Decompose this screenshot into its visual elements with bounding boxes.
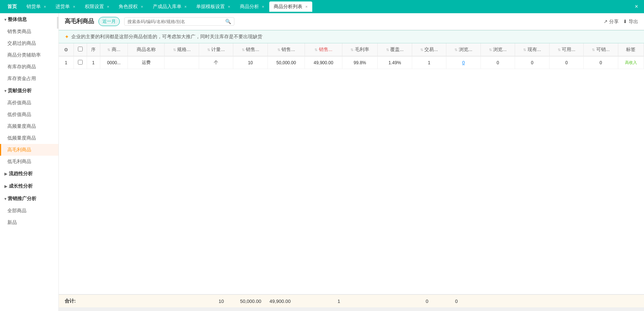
col-name: 商品名称 [128,43,165,56]
sort-icon-browse2[interactable]: ⇅ [489,48,492,52]
cell-check[interactable] [73,56,87,69]
sidebar-item-stock-occupy[interactable]: 库存资金占用 [0,73,58,84]
tab-goods-analysis[interactable]: 商品分析 × [235,1,269,12]
col-unit: ⇅ 计量... [199,43,233,56]
search-box: 🔍 [124,17,234,26]
sidebar-item-traded-goods[interactable]: 交易过的商品 [0,37,58,49]
sidebar-item-low-freq[interactable]: 低频量度商品 [0,132,58,144]
cell-seq2: 1 [87,56,100,69]
export-icon: ⬇ [623,19,627,24]
tab-template[interactable]: 单据模板设置 × [192,1,234,12]
search-input[interactable] [127,19,224,24]
close-tab-permission[interactable]: × [107,4,109,9]
select-all-checkbox[interactable] [78,47,83,51]
footer-spacer3 [184,299,206,304]
tab-purchase[interactable]: 进货单 × [51,1,79,12]
page-title: 高毛利商品 [65,18,94,25]
tab-stock-in[interactable]: 产成品入库单 × [148,1,191,12]
sidebar-item-goods-assist[interactable]: 商品分类辅助率 [0,49,58,61]
cell-code: 0000... [100,56,128,69]
sort-icon-margin[interactable]: ⇅ [350,48,353,52]
cell-seq: 1 [59,56,73,69]
filter-recent-month[interactable]: 近一月 [98,17,120,26]
sort-icon-unit[interactable]: ⇅ [207,48,210,52]
footer-browse1 [353,299,383,304]
arrow-marketing: ▾ [4,197,6,201]
sort-icon-amount[interactable]: ⇅ [277,48,280,52]
cell-sellable: 0 [584,56,618,69]
sidebar-item-low-value[interactable]: 低价值商品 [0,109,58,120]
sidebar-item-high-value[interactable]: 高价值商品 [0,97,58,109]
sidebar-item-all-goods[interactable]: 全部商品 [0,205,58,217]
cell-tag: 高收入 [618,56,644,69]
share-button[interactable]: ↗ 分享 [604,18,619,25]
tip-icon: ✦ [65,34,69,40]
cell-unit: 个 [199,56,233,69]
tab-home[interactable]: 首页 [3,1,21,12]
footer-browse2 [383,299,412,304]
col-sellable: ⇅ 可销... [584,43,618,56]
sidebar-item-sales-goods[interactable]: 销售类商品 [0,26,58,37]
horizontal-scrollbar[interactable] [59,307,644,311]
top-nav: 首页 销货单 × 进货单 × 权限设置 × 角色授权 × 产成品入库单 × 单据… [0,0,644,13]
sidebar-item-in-stock[interactable]: 有库存的商品 [0,61,58,73]
close-tab-goods-analysis-list[interactable]: × [305,4,307,9]
tab-goods-analysis-list[interactable]: 商品分析列表 × [269,1,312,12]
close-tab-role[interactable]: × [141,4,143,9]
settings-icon[interactable]: ⚙ [64,47,68,53]
header-actions: ↗ 分享 ⬇ 导出 [604,18,638,25]
col-settings[interactable]: ⚙ [59,43,73,56]
footer-bar: 合计: 10 50,000.00 49,900.00 1 0 0 [59,294,644,307]
sort-icon-stock[interactable]: ⇅ [523,48,526,52]
sort-icon-qty[interactable]: ⇅ [242,48,245,52]
col-spec: ⇅ 规格... [165,43,199,56]
col-sales-amount: ⇅ 销售... [267,43,305,56]
cell-browse1[interactable]: 0 [446,56,481,69]
export-button[interactable]: ⬇ 导出 [623,18,638,25]
close-tab-goods-analysis[interactable]: × [262,4,264,9]
info-tip-text: 企业的主要的利润都是这部分商品创造的，可考虑加大推广，同时关注库存是不要出现缺货 [71,33,262,40]
sidebar-item-high-freq[interactable]: 高频量度商品 [0,120,58,132]
sort-icon-cost[interactable]: ⇅ [314,48,317,52]
cell-browse2: 0 [481,56,515,69]
col-code: ⇅ 商... [100,43,128,56]
close-tab-sales[interactable]: × [44,4,46,9]
cell-sales-qty: 10 [233,56,267,69]
table-header-row: ⚙ 序 ⇅ 商... 商品名称 [59,43,644,56]
sidebar-group-trend[interactable]: ▶ 流趋性分析 [0,167,58,180]
footer-sales-qty: 10 [206,299,236,304]
tab-role[interactable]: 角色授权 × [114,1,147,12]
close-tab-stock-in[interactable]: × [184,4,187,9]
row-checkbox[interactable] [78,60,83,65]
col-sales-qty: ⇅ 销售... [233,43,267,56]
tab-sales[interactable]: 销货单 × [22,1,50,12]
table-wrapper[interactable]: ⚙ 序 ⇅ 商... 商品名称 [59,43,644,294]
close-tab-purchase[interactable]: × [73,4,75,9]
sidebar-item-low-margin[interactable]: 低毛利商品 [0,156,58,167]
sidebar-collapse-button[interactable]: « [57,17,59,29]
search-icon[interactable]: 🔍 [225,19,231,24]
footer-available: 0 [442,299,471,304]
sort-icon-trade[interactable]: ⇅ [420,48,423,52]
sort-icon-sellable[interactable]: ⇅ [592,48,595,52]
close-tab-template[interactable]: × [228,4,230,9]
sort-icon-browse1[interactable]: ⇅ [454,48,457,52]
sort-icon-coverage[interactable]: ⇅ [386,48,389,52]
sidebar-group-growth[interactable]: ▶ 成长性分析 [0,180,58,192]
arrow-growth: ▶ [4,184,7,188]
close-all-tabs[interactable]: × [632,3,641,10]
sort-icon-spec[interactable]: ⇅ [173,48,176,52]
sidebar-group-marketing[interactable]: ▾ 营销推广分析 [0,192,58,205]
col-margin-rate: ⇅ 毛利率 [342,43,378,56]
sidebar-group-profit[interactable]: ▾ 贡献值分析 [0,84,58,97]
col-trade: ⇅ 交易... [412,43,446,56]
sidebar-group-overall[interactable]: ▾ 整体信息 [0,13,58,26]
col-tag: 标签 [618,43,644,56]
sort-icon-code[interactable]: ⇅ [107,48,110,52]
share-icon: ↗ [604,19,608,24]
sidebar-item-high-margin[interactable]: 高毛利商品 [0,144,58,156]
cell-margin-rate: 99.8% [342,56,378,69]
tab-permission[interactable]: 权限设置 × [80,1,114,12]
sidebar-item-new-goods[interactable]: 新品 [0,217,58,228]
sort-icon-available[interactable]: ⇅ [558,48,561,52]
